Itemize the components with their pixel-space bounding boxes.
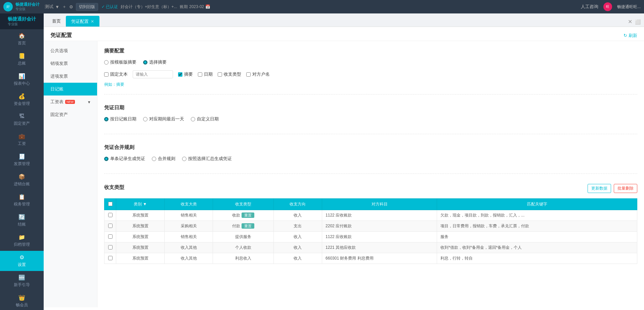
sidebar-item-ledger[interactable]: 📒总账 — [0, 49, 44, 70]
reset-tag-1[interactable]: 重置 — [242, 223, 254, 229]
radio-diary-date-input[interactable] — [104, 117, 109, 121]
assets-icon: 🏗 — [19, 113, 25, 119]
sidebar-item-member[interactable]: 👑畅会员 — [0, 291, 44, 310]
radio-select[interactable]: 选择摘要 — [143, 59, 167, 65]
salary-icon: 💼 — [18, 133, 25, 140]
left-nav-public[interactable]: 公共选项 — [44, 44, 97, 57]
radio-single-input[interactable] — [104, 157, 109, 161]
summary-section: 摘要配置 按模板版摘要 选择摘要 — [104, 48, 637, 94]
check-type[interactable]: 收支类型 — [218, 71, 241, 77]
check-date-input[interactable] — [198, 72, 202, 77]
tab-home-label: 首页 — [52, 18, 61, 24]
left-nav-salary-table[interactable]: 工资表 NEW ▾ — [44, 95, 97, 108]
radio-period-last[interactable]: 对应期间最后一天 — [143, 116, 184, 122]
radio-template[interactable]: 按模板版摘要 — [104, 59, 136, 65]
left-nav-sales-invoice[interactable]: 销项发票 — [44, 57, 97, 70]
left-nav-purchase-invoice[interactable]: 进项发票 — [44, 70, 97, 83]
radio-custom-date[interactable]: 自定义日期 — [191, 116, 219, 122]
settings-btn[interactable]: ⚙ — [69, 4, 73, 9]
radio-template-input[interactable] — [104, 60, 109, 65]
edition-label: 专业版 — [15, 7, 40, 11]
sidebar-item-newguide[interactable]: 🆕新手引导 — [0, 271, 44, 291]
sidebar-item-invoice[interactable]: 🧾发票管理 — [0, 150, 44, 170]
expand-window-btn[interactable]: ⬜ — [635, 19, 641, 25]
left-nav: 公共选项销项发票进项发票日记账工资表 NEW ▾固定资产 — [44, 41, 97, 307]
radio-single[interactable]: 单条记录生成凭证 — [104, 156, 145, 162]
table-row: 系统预置 销售相关 收款 重置 收入 1122 应收账款 欠款，现金，项目款，到… — [104, 210, 637, 221]
archive-icon: 📁 — [18, 234, 25, 240]
radio-select-input[interactable] — [143, 60, 147, 65]
left-nav-diary[interactable]: 日记账 — [44, 83, 97, 95]
close-window-btn[interactable]: ✕ — [628, 18, 632, 25]
sidebar-item-settings[interactable]: ⚙设置 — [0, 251, 44, 271]
sidebar-item-home[interactable]: 🏠首页 — [0, 29, 44, 49]
sidebar-item-purchase[interactable]: 📦进销台账 — [0, 170, 44, 190]
top-bar: 好 畅捷通好会计 专业版 测试 ▼ ＋ ⚙ 切到旧版 ✓ 已认证 好会计（专）+… — [0, 0, 644, 13]
fund-icon: 💰 — [18, 93, 25, 100]
page-header: 凭证配置 ↻ 刷新 — [44, 27, 644, 41]
radio-period-last-input[interactable] — [143, 117, 147, 121]
check-summary[interactable]: 摘要 — [178, 71, 193, 77]
check-counterpart-input[interactable] — [246, 72, 251, 77]
check-summary-input[interactable] — [178, 72, 182, 77]
left-nav-fixed-assets[interactable]: 固定资产 — [44, 108, 97, 121]
member-icon: 👑 — [18, 295, 25, 301]
row-check-2[interactable] — [104, 232, 116, 242]
th-keywords: 匹配关键字 — [437, 199, 637, 210]
sidebar-item-report[interactable]: 📊报表中心 — [0, 70, 44, 90]
tab-close-icon[interactable]: ✕ — [91, 19, 94, 24]
radio-summary-gen[interactable]: 按照选择汇总生成凭证 — [182, 156, 232, 162]
row-keywords-0: 欠款，现金，项目款，到款，报销款，汇入，... — [437, 210, 637, 221]
check-date[interactable]: 日期 — [198, 71, 213, 77]
batch-delete-btn[interactable]: 批量删除 — [614, 184, 637, 193]
sidebar-item-salary[interactable]: 💼工资 — [0, 130, 44, 150]
row-check-3[interactable] — [104, 242, 116, 253]
row-keywords-3: 收到*借款，收到*备用金，退回*备用金，个人 — [437, 242, 637, 253]
test-label: 测试 — [45, 4, 53, 10]
radio-custom-date-input[interactable] — [191, 117, 195, 121]
radio-diary-date[interactable]: 按日记账日期 — [104, 116, 136, 122]
sidebar-item-tax[interactable]: 📋税务管理 — [0, 190, 44, 210]
row-check-1[interactable] — [104, 221, 116, 232]
row-type-0: 收款 重置 — [213, 210, 273, 221]
page-title: 凭证配置 — [50, 32, 72, 39]
tab-bar: 首页 凭证配置 ✕ ✕ ⬜ — [44, 13, 644, 27]
tab-home[interactable]: 首页 — [47, 16, 66, 27]
tab-voucher-config[interactable]: 凭证配置 ✕ — [66, 16, 99, 27]
check-fixed-text[interactable]: 固定文本 — [104, 71, 128, 77]
update-data-btn[interactable]: 更新数据 — [588, 184, 611, 193]
check-type-input[interactable] — [218, 72, 222, 77]
radio-merge-input[interactable] — [152, 157, 156, 161]
sidebar-item-fund[interactable]: 💰资金管理 — [0, 90, 44, 110]
row-keywords-4: 利息，行转，转自 — [437, 253, 637, 264]
row-major-1: 采购相关 — [165, 221, 213, 232]
sidebar-item-archive[interactable]: 📁归档管理 — [0, 231, 44, 251]
summary-radio-group: 按模板版摘要 选择摘要 — [104, 59, 637, 65]
row-check-4[interactable] — [104, 253, 116, 264]
row-account-3: 1221 其他应收款 — [322, 242, 437, 253]
row-major-2: 销售相关 — [165, 232, 213, 242]
add-btn[interactable]: ＋ — [62, 4, 67, 10]
switch-version-btn[interactable]: 切到旧版 — [76, 3, 98, 11]
fixed-text-input[interactable] — [133, 70, 173, 78]
check-fixed-text-input[interactable] — [104, 72, 109, 77]
new-badge: NEW — [65, 100, 75, 104]
dropdown-arrow[interactable]: ▼ — [55, 4, 59, 9]
period-label: 账期 — [180, 4, 188, 10]
consult-btn[interactable]: 人工咨询 — [581, 4, 598, 10]
certified-tag: ✓ 已认证 — [101, 4, 118, 10]
reset-tag-0[interactable]: 重置 — [242, 212, 254, 218]
radio-merge[interactable]: 合并规则 — [152, 156, 175, 162]
check-counterpart[interactable]: 对方户名 — [246, 71, 270, 77]
row-check-0[interactable] — [104, 210, 116, 221]
calendar-icon[interactable]: 📅 — [205, 4, 210, 9]
date-section: 凭证日期 按日记账日期 对应期间最后一天 — [104, 105, 637, 134]
refresh-btn[interactable]: ↻ 刷新 — [624, 33, 637, 39]
settle-icon: 🔄 — [18, 214, 25, 220]
row-direction-4: 收入 — [273, 253, 322, 264]
sidebar-item-settle[interactable]: 🔄结账 — [0, 210, 44, 231]
radio-summary-gen-input[interactable] — [182, 157, 186, 161]
merge-section: 凭证合并规则 单条记录生成凭证 合并规则 — [104, 144, 637, 174]
select-all-checkbox[interactable] — [108, 202, 113, 206]
sidebar-item-assets[interactable]: 🏗固定资产 — [0, 110, 44, 130]
